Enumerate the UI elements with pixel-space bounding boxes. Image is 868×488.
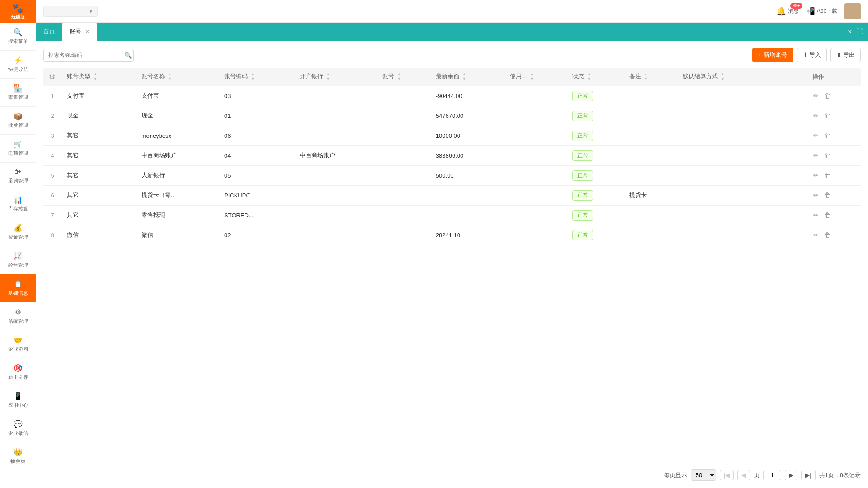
- enterprise-icon: 🤝: [14, 336, 23, 344]
- row-account: [377, 185, 430, 205]
- app-download-icon: 📲: [806, 7, 815, 15]
- col-bank[interactable]: 开户银行 ▲▼: [294, 68, 377, 86]
- sidebar-item-system[interactable]: ⚙ 系统管理: [0, 302, 36, 330]
- col-account[interactable]: 账号 ▲▼: [377, 68, 430, 86]
- top-search-box[interactable]: ▼: [43, 6, 98, 17]
- app-download-button[interactable]: 📲 App下载: [806, 7, 837, 15]
- page-size-select[interactable]: 50 100 200: [691, 469, 716, 481]
- edit-button[interactable]: ✏: [812, 191, 820, 200]
- sort-type-icon: ▲▼: [94, 72, 98, 81]
- sidebar-label-finance: 资金管理: [8, 234, 28, 240]
- col-usage[interactable]: 使用... ▲▼: [505, 68, 566, 86]
- col-code[interactable]: 账号编码 ▲▼: [219, 68, 294, 86]
- col-balance-label: 最新余额: [436, 73, 459, 80]
- search-button[interactable]: 🔍: [121, 49, 134, 61]
- maximize-icon[interactable]: ⛶: [856, 28, 863, 35]
- last-page-button[interactable]: ▶|: [801, 470, 815, 480]
- delete-button[interactable]: 🗑: [823, 131, 831, 140]
- import-button[interactable]: ⬇ 导入: [797, 48, 827, 62]
- sidebar-item-basic-info[interactable]: 📋 基础信息: [0, 274, 36, 302]
- row-usage: [505, 126, 566, 145]
- row-bank: [294, 165, 377, 185]
- delete-button[interactable]: 🗑: [823, 230, 831, 239]
- row-status: 正常: [567, 126, 624, 145]
- sidebar-item-app-center[interactable]: 📱 应用中心: [0, 386, 36, 414]
- search-box[interactable]: 🔍: [43, 49, 134, 62]
- tab-account-close[interactable]: ✕: [85, 29, 90, 34]
- delete-button[interactable]: 🗑: [823, 111, 831, 120]
- row-bank: [294, 225, 377, 245]
- col-status[interactable]: 状态 ▲▼: [567, 68, 624, 86]
- tab-account[interactable]: 账号 ✕: [62, 23, 97, 41]
- ecommerce-icon: 🛒: [14, 140, 23, 149]
- col-remark[interactable]: 备注 ▲▼: [624, 68, 677, 86]
- row-name: 提货卡（零...: [136, 185, 219, 205]
- sidebar-item-vip[interactable]: 👑 畅会员: [0, 442, 36, 470]
- row-remark: [624, 86, 677, 106]
- sidebar-item-finance[interactable]: 💰 资金管理: [0, 218, 36, 246]
- delete-button[interactable]: 🗑: [823, 191, 831, 200]
- sidebar-item-operations[interactable]: 📈 经营管理: [0, 246, 36, 274]
- row-actions: ✏ 🗑: [807, 225, 861, 245]
- finance-icon: 💰: [14, 224, 23, 232]
- delete-button[interactable]: 🗑: [823, 171, 831, 180]
- row-bank: [294, 185, 377, 205]
- edit-button[interactable]: ✏: [812, 151, 820, 160]
- sidebar-item-guide[interactable]: 🎯 新手引导: [0, 358, 36, 386]
- col-balance[interactable]: 最新余额 ▲▼: [430, 68, 505, 86]
- search-input[interactable]: [44, 49, 121, 61]
- wholesale-icon: 📦: [14, 112, 23, 121]
- prev-page-button[interactable]: ◀: [737, 470, 750, 480]
- tab-home[interactable]: 首页: [36, 23, 62, 41]
- sort-usage-icon: ▲▼: [530, 72, 534, 81]
- row-num: 1: [43, 86, 61, 106]
- guide-icon: 🎯: [14, 364, 23, 372]
- row-code: 02: [219, 225, 294, 245]
- sidebar-label-guide: 新手引导: [8, 374, 28, 380]
- sidebar-label-wechat: 企业微信: [8, 430, 28, 436]
- sidebar-item-search-menu[interactable]: 🔍 搜索菜单: [0, 23, 36, 51]
- edit-button[interactable]: ✏: [812, 91, 820, 100]
- sidebar-item-wechat[interactable]: 💬 企业微信: [0, 414, 36, 442]
- row-bank: 中百商场账户: [294, 145, 377, 165]
- sort-balance-icon: ▲▼: [462, 72, 466, 81]
- close-window-icon[interactable]: ✕: [847, 28, 853, 35]
- next-page-button[interactable]: ▶: [785, 470, 797, 480]
- page-input[interactable]: [763, 470, 781, 480]
- user-avatar[interactable]: [844, 3, 861, 19]
- row-name: 零售抵现: [136, 205, 219, 225]
- sidebar-item-purchase[interactable]: 🛍 采购管理: [0, 163, 36, 190]
- sidebar-item-quick-nav[interactable]: ⚡ 快捷导航: [0, 51, 36, 79]
- row-remark: [624, 126, 677, 145]
- sort-code-icon: ▲▼: [251, 72, 255, 81]
- sidebar-label-inventory: 库存核算: [8, 206, 28, 212]
- add-account-button[interactable]: + 新增账号: [752, 48, 793, 62]
- sidebar-item-enterprise[interactable]: 🤝 企业协同: [0, 330, 36, 358]
- row-name: 大新银行: [136, 165, 219, 185]
- edit-button[interactable]: ✏: [812, 131, 820, 140]
- message-button[interactable]: 🔔 消息 99+: [776, 6, 799, 16]
- edit-button[interactable]: ✏: [812, 171, 820, 180]
- row-name: 支付宝: [136, 86, 219, 106]
- sidebar-item-inventory[interactable]: 📊 库存核算: [0, 190, 36, 218]
- delete-button[interactable]: 🗑: [823, 211, 831, 220]
- first-page-button[interactable]: |◀: [720, 470, 734, 480]
- delete-button[interactable]: 🗑: [823, 91, 831, 100]
- edit-button[interactable]: ✏: [812, 230, 820, 239]
- top-search-input[interactable]: [47, 8, 88, 14]
- row-type: 其它: [61, 205, 136, 225]
- row-type: 其它: [61, 165, 136, 185]
- col-type[interactable]: 账号类型 ▲▼: [61, 68, 136, 86]
- col-settings[interactable]: ⚙: [43, 68, 61, 86]
- sidebar-item-retail[interactable]: 🏪 零售管理: [0, 79, 36, 107]
- row-balance: 500.00: [430, 165, 505, 185]
- sidebar-item-ecommerce[interactable]: 🛒 电商管理: [0, 135, 36, 163]
- export-button[interactable]: ⬆ 导出: [830, 48, 861, 62]
- col-name[interactable]: 账号名称 ▲▼: [136, 68, 219, 86]
- sidebar-item-wholesale[interactable]: 📦 批发管理: [0, 107, 36, 135]
- action-buttons: ✏ 🗑: [812, 131, 855, 140]
- delete-button[interactable]: 🗑: [823, 151, 831, 160]
- edit-button[interactable]: ✏: [812, 211, 820, 220]
- edit-button[interactable]: ✏: [812, 111, 820, 120]
- col-settlement[interactable]: 默认结算方式 ▲▼: [677, 68, 807, 86]
